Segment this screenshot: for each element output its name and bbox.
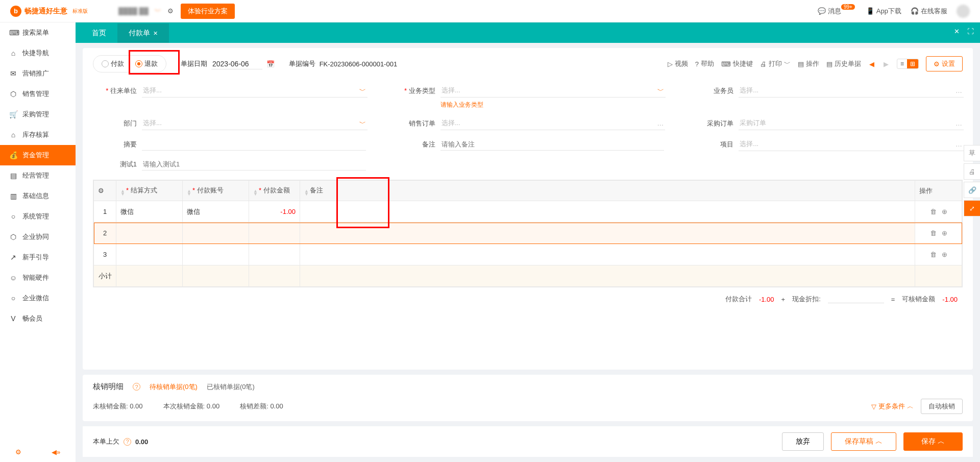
help-icon[interactable]: ? — [133, 383, 140, 391]
discard-button[interactable]: 放弃 — [782, 432, 824, 451]
list-icon: ▤ — [798, 60, 804, 68]
col-remark[interactable]: ▲▼备注 — [300, 181, 915, 201]
tab-home[interactable]: 首页 — [81, 23, 117, 43]
add-icon[interactable]: ⊕ — [942, 251, 947, 258]
cell-amount[interactable] — [249, 244, 300, 265]
table-row[interactable]: 1 微信 微信 -1.00 🗑⊕ — [94, 201, 962, 223]
delete-icon[interactable]: 🗑 — [930, 251, 937, 258]
help-icon[interactable]: ? — [124, 438, 131, 446]
cash-discount-input[interactable] — [828, 295, 884, 303]
cell-method[interactable] — [116, 244, 183, 265]
table-row[interactable]: 3 🗑⊕ — [94, 244, 962, 265]
cell-amount[interactable] — [249, 223, 300, 244]
col-amount[interactable]: ▲▼付款金额 — [249, 181, 300, 201]
sidebar-item-search[interactable]: ⌨搜索菜单 — [0, 22, 76, 43]
video-link[interactable]: ▷视频 — [668, 59, 688, 68]
cell-remark[interactable] — [300, 201, 915, 223]
rail-draft[interactable]: 草 — [964, 145, 980, 161]
app-download-link[interactable]: 📱App下载 — [866, 7, 901, 16]
col-account[interactable]: ▲▼付款账号 — [183, 181, 249, 201]
print-link[interactable]: 🖨打印﹀ — [760, 59, 791, 68]
col-gear[interactable]: ⚙ — [94, 181, 116, 201]
rail-expand-icon[interactable]: ⤢ — [964, 200, 980, 216]
calendar-icon[interactable]: 📅 — [266, 60, 275, 68]
view-form[interactable]: ⊞ — [907, 59, 918, 68]
sidebar-item-system[interactable]: ○系统管理 — [0, 206, 76, 227]
settings-button[interactable]: ⚙设置 — [926, 56, 963, 71]
sidebar-item-member[interactable]: V畅会员 — [0, 308, 76, 329]
add-icon[interactable]: ⊕ — [942, 229, 947, 237]
sidebar-item-marketing[interactable]: ✉营销推广 — [0, 63, 76, 84]
tab-pending[interactable]: 待核销单据(0笔) — [150, 382, 198, 392]
more-icon[interactable]: … — [955, 87, 963, 94]
shortcut-link[interactable]: ⌨快捷键 — [721, 59, 753, 68]
purch-order-select[interactable]: 采购订单 — [739, 116, 964, 130]
collapse-icon[interactable]: ◀» — [52, 448, 60, 456]
cell-method[interactable]: 微信 — [116, 201, 183, 223]
operate-link[interactable]: ▤操作 — [798, 59, 819, 68]
sidebar-item-wecom[interactable]: ○企业微信 — [0, 288, 76, 308]
sidebar-item-shortcut[interactable]: ⌂快捷导航 — [0, 43, 76, 63]
date-input[interactable]: 2023-06-06 — [211, 59, 262, 69]
auto-verify-button[interactable]: 自动核销 — [921, 399, 963, 414]
cell-account[interactable] — [183, 244, 249, 265]
summary-input[interactable] — [142, 138, 366, 151]
cell-remark[interactable] — [300, 223, 915, 244]
rail-attach-icon[interactable]: 🔗 — [964, 182, 980, 198]
gear-icon[interactable]: ⚙ — [167, 7, 174, 15]
scheme-button[interactable]: 体验行业方案 — [181, 4, 235, 19]
sort-icon: ▲▼ — [253, 189, 258, 196]
sidebar-item-operation[interactable]: ▤经营管理 — [0, 165, 76, 186]
sidebar-item-inventory[interactable]: ⌂库存核算 — [0, 125, 76, 145]
tab-payment[interactable]: 付款单✕ — [117, 23, 169, 43]
rail-print-icon[interactable]: 🖨 — [964, 163, 980, 180]
view-list[interactable]: ≡ — [897, 59, 907, 68]
test1-input[interactable] — [142, 158, 366, 171]
project-select[interactable]: 选择... — [739, 137, 964, 151]
sidebar-item-sales[interactable]: ⬡销售管理 — [0, 84, 76, 104]
messages-link[interactable]: 💬消息99+ — [818, 7, 857, 16]
close-icon[interactable]: ✕ — [153, 30, 158, 36]
close-all-icon[interactable]: ✕ — [954, 28, 960, 35]
tab-done[interactable]: 已核销单据(0笔) — [207, 382, 255, 392]
delete-icon[interactable]: 🗑 — [930, 208, 937, 215]
table-row[interactable]: 2 🗑⊕ — [94, 223, 962, 244]
cell-remark[interactable] — [300, 244, 915, 265]
avatar[interactable] — [957, 5, 970, 18]
cell-amount[interactable]: -1.00 — [249, 201, 300, 223]
radio-refund[interactable]: 退款 — [131, 58, 162, 70]
save-draft-button[interactable]: 保存草稿 ︿ — [831, 432, 896, 451]
support-link[interactable]: 🎧在线客服 — [911, 7, 947, 16]
org-selector[interactable]: ████ ██ ﹀ — [118, 7, 161, 16]
delete-icon[interactable]: 🗑 — [930, 229, 937, 237]
cell-account[interactable]: 微信 — [183, 201, 249, 223]
sidebar-item-collab[interactable]: ⬡企业协同 — [0, 227, 76, 247]
remark-input[interactable] — [440, 138, 665, 151]
more-icon[interactable]: … — [955, 140, 963, 148]
sales-order-select[interactable]: 选择... — [440, 116, 666, 130]
history-link[interactable]: ▤历史单据 — [826, 59, 861, 68]
salesman-select[interactable]: 选择... — [739, 84, 964, 98]
help-link[interactable]: ?帮助 — [695, 59, 714, 68]
save-button[interactable]: 保存 ︿ — [903, 432, 963, 451]
sidebar-item-basic[interactable]: ▥基础信息 — [0, 186, 76, 206]
more-conditions[interactable]: ▽更多条件︿ — [871, 402, 914, 411]
prev-arrow[interactable]: ◀ — [868, 60, 875, 68]
cell-account[interactable] — [183, 223, 249, 244]
sidebar-item-purchase[interactable]: 🛒采购管理 — [0, 104, 76, 125]
biz-type-select[interactable]: 选择... — [440, 84, 666, 98]
radio-payment[interactable]: 付款 — [97, 58, 128, 70]
gear-icon[interactable]: ⚙ — [15, 448, 21, 456]
sidebar-item-guide[interactable]: ↗新手引导 — [0, 247, 76, 268]
sidebar-item-finance[interactable]: 💰资金管理 — [0, 145, 76, 165]
next-arrow[interactable]: ▶ — [883, 60, 890, 68]
more-icon[interactable]: … — [955, 119, 963, 127]
sidebar-item-hardware[interactable]: ☺智能硬件 — [0, 268, 76, 288]
add-icon[interactable]: ⊕ — [942, 208, 947, 215]
more-icon[interactable]: … — [657, 119, 664, 127]
col-method[interactable]: ▲▼结算方式 — [116, 181, 183, 201]
partner-select[interactable]: 选择... — [142, 84, 368, 98]
cell-method[interactable] — [116, 223, 183, 244]
dept-select[interactable]: 选择... — [142, 116, 368, 130]
fullscreen-icon[interactable]: ⛶ — [967, 28, 974, 35]
